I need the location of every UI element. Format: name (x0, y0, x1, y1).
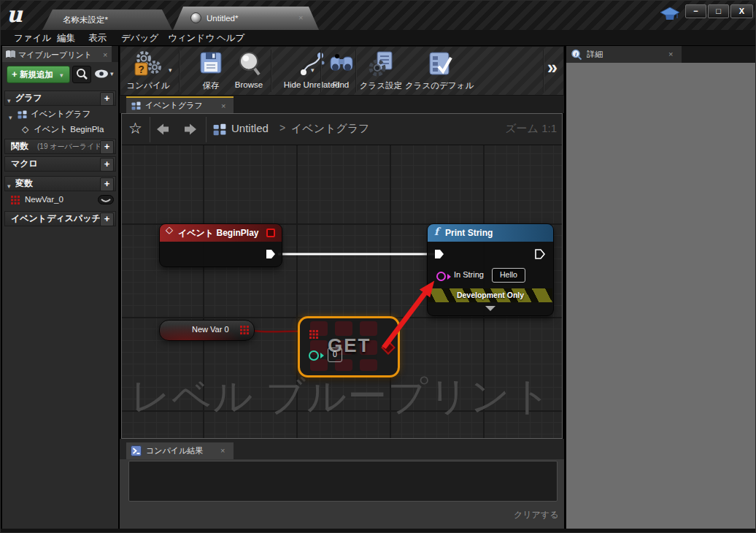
tab-compile-results[interactable]: コンパイル結果 × (126, 442, 234, 459)
newvar-label: NewVar_0 (25, 193, 94, 207)
my-blueprint-panel: マイブループリント × + 新規追加 ▾ ▾ ▾ グラフ (2, 46, 118, 529)
class-settings-button[interactable]: クラス設定 (360, 49, 402, 93)
compile-results-panel: コンパイル結果 × クリアする (120, 439, 564, 529)
blueprint-toolbar: ? コンパイル ▾ 保存 Brow (120, 46, 564, 96)
compile-results-tabbar: コンパイル結果 × (120, 439, 564, 459)
breadcrumb-root[interactable]: Untitled (231, 122, 269, 134)
unreal-logo-icon: u (7, 2, 36, 28)
section-macro-label: マクロ (11, 157, 91, 171)
section-event-dispatcher[interactable]: イベントディスパッチャ + (4, 211, 116, 226)
compile-dropdown-icon[interactable]: ▾ (169, 66, 172, 74)
visibility-filter-button[interactable]: ▾ (94, 66, 117, 83)
close-tab-icon[interactable]: × (668, 50, 673, 58)
close-window-icon: X (739, 7, 744, 15)
asset-sphere-icon (190, 12, 201, 23)
graph-tabbar: イベントグラフ × (120, 96, 564, 113)
plus-icon: + (104, 158, 110, 169)
clear-log-button[interactable]: クリアする (514, 509, 558, 521)
compile-label: コンパイル (123, 80, 173, 91)
variable-visibility-toggle[interactable] (98, 195, 114, 204)
collapse-icon: ▾ (7, 180, 11, 193)
section-macro[interactable]: マクロ + (4, 156, 116, 172)
book-icon (5, 50, 16, 59)
tab-event-graph[interactable]: イベントグラフ × (126, 96, 234, 113)
favorite-star-icon[interactable]: ☆ (128, 120, 142, 137)
tab-my-blueprint-label: マイブループリント (18, 47, 100, 63)
title-tab-unsaved-label: 名称未設定* (63, 9, 158, 30)
tab-my-blueprint[interactable]: マイブループリント × (2, 46, 112, 62)
class-defaults-button[interactable]: クラスのデフォルト (405, 49, 475, 93)
menu-help[interactable]: ヘルプ (217, 32, 244, 45)
console-icon (131, 445, 142, 456)
add-variable-button[interactable]: + (100, 177, 114, 191)
close-tab-icon[interactable]: × (103, 50, 107, 59)
sidebar-item-event-beginplay[interactable]: ◇ イベント BeginPla (4, 123, 116, 137)
details-info-icon: i (571, 49, 582, 61)
title-tab-untitled-label: Untitled* (207, 8, 287, 28)
toolbar-separator (543, 50, 544, 92)
menu-edit[interactable]: 編集 (57, 32, 75, 45)
section-variables-label: 変数 (15, 177, 94, 191)
tab-details-label: 詳細 (587, 46, 645, 63)
close-tab-icon[interactable]: × (298, 13, 303, 22)
browse-button[interactable]: Browse (230, 49, 268, 93)
close-button[interactable]: X (730, 4, 753, 18)
section-variables[interactable]: ▾ 変数 + (4, 176, 116, 191)
forward-arrow-icon[interactable] (183, 123, 198, 136)
functions-note: (19 オーバーライド (37, 139, 101, 153)
section-graph[interactable]: ▾ グラフ + (4, 91, 116, 106)
title-tab-untitled[interactable]: Untitled* × (173, 7, 319, 30)
section-graph-label: グラフ (15, 91, 96, 105)
add-graph-button[interactable]: + (100, 92, 114, 106)
divider (150, 117, 150, 142)
dropdown-icon: ▾ (60, 72, 63, 79)
unreal-editor-window: u 名称未設定* Untitled* × − □ X ファイル 編集 表示 デバ… (0, 0, 756, 533)
details-panel: i 詳細 × (566, 46, 756, 529)
close-tab-icon[interactable]: × (221, 101, 225, 110)
sidebar-item-event-graph[interactable]: ▾ イベントグラフ (4, 107, 116, 122)
new-add-button[interactable]: + 新規追加 ▾ (7, 66, 70, 83)
menu-file[interactable]: ファイル (14, 32, 51, 45)
find-icon (329, 51, 354, 77)
add-function-button[interactable]: + (100, 140, 114, 154)
hide-unrelated-icon (298, 50, 326, 78)
svg-text:?: ? (138, 64, 144, 75)
event-diamond-icon: ◇ (22, 123, 28, 137)
add-macro-button[interactable]: + (100, 158, 114, 172)
compile-button[interactable]: ? コンパイル (126, 49, 170, 93)
graph-canvas[interactable]: レベル ブループリント ◇ イベント BeginPlay (122, 145, 562, 438)
plus-icon: + (104, 141, 110, 152)
event-beginplay-label: イベント BeginPla (34, 123, 116, 137)
sidebar-item-newvar[interactable]: NewVar_0 (4, 193, 116, 207)
toolbar-overflow-chevron[interactable]: » (547, 57, 563, 82)
dropdown-icon: ▾ (110, 70, 114, 77)
section-functions[interactable]: 関数 (19 オーバーライド + (4, 139, 116, 154)
section-dispatcher-label: イベントディスパッチャ (11, 212, 101, 226)
tab-compile-results-label: コンパイル結果 (146, 442, 212, 459)
find-button[interactable]: Find (326, 49, 355, 93)
save-button[interactable]: 保存 (195, 49, 227, 93)
details-body (566, 63, 756, 529)
mortarboard-icon[interactable] (660, 7, 680, 24)
menu-debug[interactable]: デバッグ (121, 32, 158, 45)
menu-bar: ファイル 編集 表示 デバッグ ウィンドウ ヘルプ (1, 30, 756, 46)
menu-window[interactable]: ウィンドウ (168, 32, 215, 45)
hide-unrelated-dropdown-icon[interactable]: ▾ (311, 66, 315, 74)
compile-log[interactable] (128, 461, 558, 502)
maximize-icon: □ (716, 7, 721, 15)
plus-icon: + (12, 69, 18, 80)
plus-icon: + (104, 178, 110, 189)
toolbar-separator (320, 50, 322, 92)
sidebar-search-button[interactable] (72, 66, 91, 83)
minimize-button[interactable]: − (685, 4, 706, 18)
maximize-button[interactable]: □ (708, 4, 729, 18)
tab-details[interactable]: i 詳細 × (566, 46, 682, 63)
add-dispatcher-button[interactable]: + (100, 212, 114, 226)
title-tab-unsaved[interactable]: 名称未設定* (42, 9, 172, 30)
close-tab-icon[interactable]: × (220, 446, 225, 455)
closed-eye-icon (99, 197, 113, 205)
back-arrow-icon[interactable] (155, 123, 170, 136)
menu-view[interactable]: 表示 (88, 32, 107, 45)
tab-event-graph-label: イベントグラフ (145, 98, 212, 112)
breadcrumb-current[interactable]: イベントグラフ (291, 122, 369, 136)
